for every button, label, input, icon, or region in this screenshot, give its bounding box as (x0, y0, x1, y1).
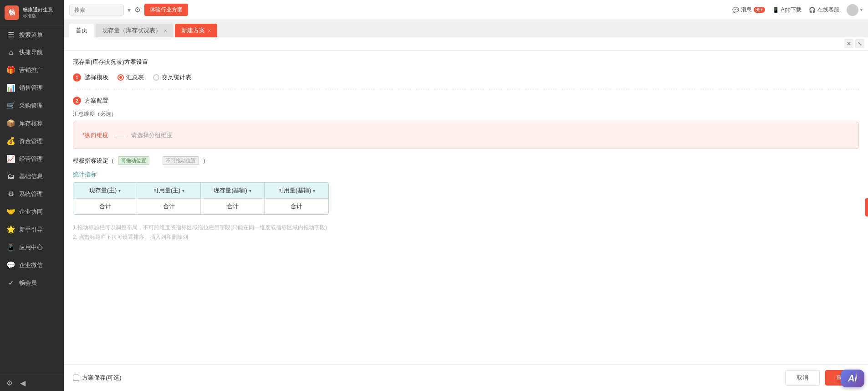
home-icon: ⌂ (6, 48, 15, 57)
cancel-button[interactable]: 取消 (785, 370, 820, 386)
topbar-dropdown-icon[interactable]: ▾ (128, 6, 131, 14)
sidebar-collapse-icon[interactable]: ◀ (20, 379, 26, 387)
sidebar-item-label: 销售管理 (19, 84, 43, 92)
gift-icon: 🎁 (6, 66, 15, 74)
tab-home-label: 首页 (76, 26, 87, 35)
indicator-tag-draggable: 可拖动位置 (118, 156, 149, 165)
expand-panel-button[interactable]: ⤡ (855, 39, 864, 48)
sidebar-item-sales[interactable]: 📊 销售管理 (0, 79, 64, 97)
sidebar-item-member[interactable]: ✓ 畅会员 (0, 274, 64, 292)
stats-col-4-header[interactable]: 可用量(基辅) ▾ (265, 183, 328, 198)
search-input[interactable] (69, 5, 124, 15)
sidebar-item-label: 企业协同 (19, 208, 43, 216)
gear-icon: ⚙ (6, 190, 15, 198)
ai-badge[interactable]: Ai (841, 370, 864, 387)
folder-icon: 🗂 (6, 172, 15, 180)
tip-1: 1.拖动标题栏可以调整布局，不可跨维度或指标区域拖拉栏目字段(只能在同一维度或指… (73, 224, 859, 232)
radio-summary-label: 汇总表 (126, 73, 144, 82)
sidebar-item-label: 营销推广 (19, 66, 43, 74)
save-checkbox[interactable] (73, 375, 79, 381)
tab-new-scheme-label: 新建方案 (181, 26, 205, 35)
topbar-settings-icon[interactable]: ⚙ (134, 5, 141, 14)
radio-cross[interactable]: 交叉统计表 (153, 73, 191, 82)
stats-col-2-header[interactable]: 可用量(主) ▾ (137, 183, 201, 198)
app-download-label: App下载 (781, 6, 802, 14)
main-content: ▾ ⚙ 体验行业方案 💬 消息 99+ 📱 App下载 🎧 在线客服 ▾ (64, 0, 868, 391)
section2-title: 方案配置 (85, 97, 108, 105)
sidebar-item-system[interactable]: ⚙ 系统管理 (0, 185, 64, 203)
sidebar-item-quick-nav[interactable]: ⌂ 快捷导航 (0, 44, 64, 61)
service-icon: 🎧 (809, 7, 816, 13)
radio-summary[interactable]: 汇总表 (117, 73, 144, 82)
mobile-icon: 📱 (6, 243, 15, 252)
indicator-settings: 模板指标设定（ 可拖动位置 不可拖动位置 ） (73, 156, 859, 165)
sidebar-item-label: 搜索菜单 (19, 31, 43, 39)
sidebar-settings-icon[interactable]: ⚙ (6, 379, 13, 387)
sidebar-nav: ☰ 搜索菜单 ⌂ 快捷导航 🎁 营销推广 📊 销售管理 🛒 采购管理 📦 库存核… (0, 26, 64, 375)
logo-tag: 标准版 (23, 13, 53, 19)
tab-inventory-close[interactable]: × (164, 28, 167, 33)
tab-home[interactable]: 首页 (69, 24, 94, 37)
sidebar-item-search-menu[interactable]: ☰ 搜索菜单 (0, 26, 64, 44)
dimension-required-field: *纵向维度 (82, 131, 108, 139)
tab-inventory-status[interactable]: 现存量（库存状况表） × (96, 24, 173, 37)
sidebar-item-label: 快捷导航 (19, 48, 43, 57)
save-label: 方案保存(可选) (82, 374, 122, 382)
sidebar-item-operations[interactable]: 📈 经营管理 (0, 150, 64, 168)
sidebar-item-basic[interactable]: 🗂 基础信息 (0, 168, 64, 185)
messages-button[interactable]: 💬 消息 99+ (732, 6, 765, 14)
sidebar-item-guide[interactable]: 🌟 新手引导 (0, 221, 64, 238)
online-service-button[interactable]: 🎧 在线客服 (809, 6, 839, 14)
message-icon: 💬 (732, 7, 739, 13)
page-title: 现存量(库存状况表)方案设置 (73, 58, 859, 66)
handshake-icon: 🤝 (6, 207, 15, 216)
radio-cross-circle (153, 74, 159, 81)
user-avatar[interactable]: ▾ (847, 4, 863, 16)
sidebar-item-inventory[interactable]: 📦 库存核算 (0, 114, 64, 132)
section2-header: 2 方案配置 (73, 97, 859, 105)
star-icon: 🌟 (6, 225, 15, 234)
app-icon: 📱 (772, 7, 779, 13)
message-label: 消息 (741, 6, 752, 14)
sidebar-item-label: 系统管理 (19, 190, 43, 198)
section-2: 2 方案配置 汇总维度（必选） *纵向维度 —— 请选择分组维度 模板指标设定（… (73, 97, 859, 241)
tab-inventory-label: 现存量（库存状况表） (102, 26, 161, 35)
section-1: 1 选择模板 汇总表 交叉统计表 (73, 73, 859, 82)
sidebar-item-label: 企业微信 (19, 261, 43, 269)
stats-col-3-label: 现存量(基辅) (214, 186, 247, 195)
sidebar-item-label: 新手引导 (19, 226, 43, 234)
close-panel-button[interactable]: ✕ (844, 39, 853, 48)
cart-icon: 🛒 (6, 101, 15, 110)
sidebar-logo: 畅 畅康通好生意 标准版 (0, 0, 64, 26)
money-icon: 💰 (6, 137, 15, 145)
industry-button[interactable]: 体验行业方案 (144, 4, 188, 16)
radio-cross-label: 交叉统计表 (162, 73, 191, 82)
dimension-placeholder[interactable]: 请选择分组维度 (131, 131, 173, 139)
sidebar-item-cooperation[interactable]: 🤝 企业协同 (0, 203, 64, 221)
section2-number: 2 (73, 97, 81, 105)
sidebar-item-finance[interactable]: 💰 资金管理 (0, 132, 64, 150)
section1-header: 1 选择模板 汇总表 交叉统计表 (73, 73, 859, 82)
col4-chevron-icon: ▾ (313, 188, 315, 193)
sidebar-item-marketing[interactable]: 🎁 营销推广 (0, 61, 64, 79)
tip-2: 2. 点击标题栏下拉可设置排序、插入列和删除列 (73, 233, 859, 241)
sidebar-item-wechat[interactable]: 💬 企业微信 (0, 256, 64, 274)
col1-chevron-icon: ▾ (118, 188, 121, 193)
stats-col-1-header[interactable]: 现存量(主) ▾ (73, 183, 137, 198)
tab-new-scheme-close[interactable]: × (208, 28, 210, 33)
stats-table-header: 现存量(主) ▾ 可用量(主) ▾ 现存量(基辅) ▾ 可用量(基辅) (73, 183, 328, 198)
stats-col-1-label: 现存量(主) (89, 186, 117, 195)
online-service-label: 在线客服 (817, 6, 839, 14)
section1-title: 选择模板 (85, 73, 108, 82)
sidebar-item-app-center[interactable]: 📱 应用中心 (0, 238, 64, 256)
tab-new-scheme[interactable]: 新建方案 × (175, 24, 217, 37)
sidebar-item-purchase[interactable]: 🛒 采购管理 (0, 97, 64, 114)
stats-col-3-header[interactable]: 现存量(基辅) ▾ (201, 183, 265, 198)
stats-col-4-label: 可用量(基辅) (278, 186, 311, 195)
app-download-button[interactable]: 📱 App下载 (772, 6, 802, 14)
stats-col-4-body: 合计 (265, 198, 328, 214)
stats-col-1-body: 合计 (73, 198, 137, 214)
trend-icon: 📈 (6, 154, 15, 163)
section1-number: 1 (73, 73, 81, 82)
box-icon: 📦 (6, 119, 15, 128)
